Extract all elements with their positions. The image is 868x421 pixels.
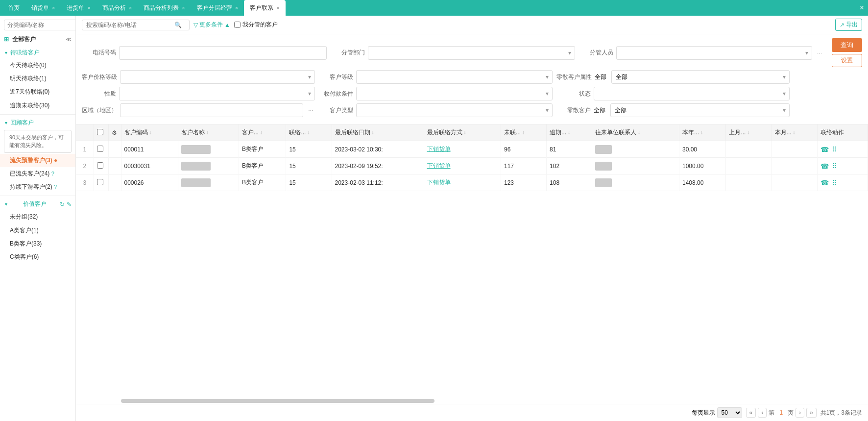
sidebar-item-tomorrow[interactable]: 明天待联络(1) — [0, 72, 75, 85]
customer-grade-select[interactable] — [356, 70, 552, 84]
sidebar-item-overdue[interactable]: 逾期未联络(30) — [0, 99, 75, 112]
contact-way-link[interactable]: 下销货单 — [427, 179, 451, 186]
tab-product-analysis[interactable]: 商品分析 × — [96, 0, 138, 16]
cell-last-way[interactable]: 下销货单 — [424, 141, 501, 158]
setting-btn[interactable]: 设置 — [832, 54, 862, 67]
col-this-year[interactable]: 本年...↕ — [679, 124, 725, 141]
more-conditions-btn[interactable]: ▽ 更多条件 ▲ — [193, 21, 230, 29]
sort-lm-icon[interactable]: ↕ — [747, 130, 749, 135]
contact-action-icon[interactable]: ☎ — [820, 162, 829, 170]
contact-action-icon[interactable]: ☎ — [820, 146, 829, 153]
sort-uc-icon[interactable]: ↕ — [638, 130, 640, 135]
sidebar-item-today[interactable]: 今天待联络(0) — [0, 59, 75, 72]
tab-close-icon[interactable]: × — [235, 5, 238, 11]
more-action-icon[interactable]: ⠿ — [832, 146, 837, 153]
tab-home[interactable]: 首页 — [2, 0, 25, 16]
prev-page-btn[interactable]: ‹ — [758, 408, 767, 418]
sort-contact-icon[interactable]: ↕ — [307, 130, 310, 135]
sidebar-item-churn-warning[interactable]: 流失预警客户(3) ● — [0, 154, 75, 167]
sort-nc-icon[interactable]: ↕ — [522, 130, 525, 135]
payment-select[interactable] — [356, 87, 552, 100]
tab-close-icon[interactable]: × — [182, 5, 185, 11]
sidebar-item-class-b[interactable]: B类客户(33) — [0, 237, 75, 250]
tab-customer-layer[interactable]: 客户分层经营 × — [191, 0, 244, 16]
scrollbar-thumb[interactable] — [121, 399, 434, 403]
search-input[interactable] — [86, 22, 174, 28]
first-page-btn[interactable]: « — [746, 408, 756, 418]
phone-input[interactable] — [119, 46, 327, 60]
tab-close-icon[interactable]: × — [129, 5, 132, 11]
col-last-date[interactable]: 最后联络日期↕ — [332, 124, 424, 141]
close-all-tabs-icon[interactable]: × — [860, 3, 864, 12]
col-contact[interactable]: 联络...↕ — [286, 124, 332, 141]
col-this-month[interactable]: 本月...↕ — [772, 124, 817, 141]
zero-customer-select[interactable]: 全部 — [610, 103, 790, 117]
my-customers-checkbox[interactable] — [234, 22, 241, 28]
sort-type-icon[interactable]: ↕ — [260, 130, 263, 135]
col-overdue[interactable]: 逾期...↕ — [547, 124, 592, 141]
price-grade-select[interactable] — [120, 70, 315, 84]
tab-close-icon[interactable]: × — [276, 5, 279, 11]
person-more-icon[interactable]: ··· — [815, 50, 824, 56]
sidebar-section-value[interactable]: 价值客户 ↻ ✎ — [0, 198, 75, 210]
col-unit-contact[interactable]: 往来单位联系人↕ — [592, 124, 679, 141]
search-submit-icon[interactable]: 🔍 — [174, 22, 182, 28]
col-not-contacted[interactable]: 未联...↕ — [501, 124, 546, 141]
sidebar-search-input[interactable] — [4, 20, 76, 30]
status-select[interactable] — [594, 87, 790, 100]
sidebar-item-class-c[interactable]: C类客户(6) — [0, 250, 75, 264]
my-customers-checkbox-label[interactable]: 我分管的客户 — [234, 21, 278, 29]
col-name[interactable]: 客户名称↕ — [178, 124, 239, 141]
sidebar-item-declining[interactable]: 持续下滑客户(2) ? — [0, 180, 75, 194]
row-checkbox[interactable] — [97, 162, 103, 169]
sort-ty-icon[interactable]: ↕ — [700, 130, 703, 135]
last-page-btn[interactable]: » — [806, 408, 817, 418]
nature-select[interactable] — [119, 87, 315, 100]
horizontal-scrollbar[interactable] — [76, 398, 868, 404]
query-btn[interactable]: 查询 — [832, 38, 862, 52]
per-page-select[interactable]: 50 100 200 — [717, 407, 742, 418]
export-btn[interactable]: ↗ 导出 — [835, 19, 862, 31]
contact-way-link[interactable]: 下销货单 — [427, 162, 451, 169]
cell-checkbox[interactable] — [94, 158, 108, 174]
refresh-icon[interactable]: ↻ — [60, 201, 65, 208]
person-select[interactable] — [616, 46, 812, 60]
dept-select[interactable] — [368, 46, 576, 60]
col-code[interactable]: 客户编码↕ — [121, 124, 178, 141]
sidebar-item-ungrouped[interactable]: 未分组(32) — [0, 210, 75, 223]
col-action[interactable]: 联络动作 — [817, 124, 868, 141]
select-all-checkbox[interactable] — [97, 129, 103, 135]
sidebar-item-class-a[interactable]: A类客户(1) — [0, 224, 75, 237]
cell-checkbox[interactable] — [94, 141, 108, 158]
contact-action-icon[interactable]: ☎ — [820, 179, 829, 187]
edit-icon[interactable]: ✎ — [67, 201, 72, 208]
tab-sales[interactable]: 销货单 × — [25, 0, 61, 16]
sort-way-icon[interactable]: ↕ — [464, 130, 466, 135]
region-more-icon[interactable]: ··· — [306, 107, 315, 114]
cell-last-way[interactable]: 下销货单 — [424, 158, 501, 174]
cell-last-way[interactable]: 下销货单 — [424, 174, 501, 191]
cell-checkbox[interactable] — [94, 174, 108, 191]
tab-customer-contact[interactable]: 客户联系 × — [244, 0, 285, 16]
sort-name-icon[interactable]: ↕ — [206, 130, 209, 135]
col-settings[interactable]: ⚙ — [108, 124, 121, 141]
col-last-month[interactable]: 上月...↕ — [726, 124, 772, 141]
sidebar-section-pending[interactable]: 待联络客户 — [0, 47, 75, 59]
region-input[interactable] — [120, 103, 303, 117]
row-checkbox[interactable] — [97, 146, 103, 152]
sidebar-section-review[interactable]: 回顾客户 — [0, 117, 75, 129]
contact-way-link[interactable]: 下销货单 — [427, 146, 451, 152]
sidebar-item-7days[interactable]: 近7天待联络(0) — [0, 85, 75, 99]
tab-close-icon[interactable]: × — [87, 5, 90, 11]
tab-product-list[interactable]: 商品分析列表 × — [138, 0, 191, 16]
col-last-way[interactable]: 最后联络方式↕ — [424, 124, 501, 141]
row-checkbox[interactable] — [97, 179, 103, 185]
sidebar-item-churned[interactable]: 已流失客户(24) ? — [0, 167, 75, 180]
col-checkbox[interactable] — [94, 124, 108, 141]
customer-type-select[interactable] — [356, 103, 552, 117]
sort-overdue-icon[interactable]: ↕ — [568, 130, 570, 135]
tab-purchase[interactable]: 进货单 × — [61, 0, 96, 16]
sort-tm-icon[interactable]: ↕ — [793, 130, 796, 135]
sort-code-icon[interactable]: ↕ — [149, 130, 152, 135]
sort-date-icon[interactable]: ↕ — [372, 130, 374, 135]
